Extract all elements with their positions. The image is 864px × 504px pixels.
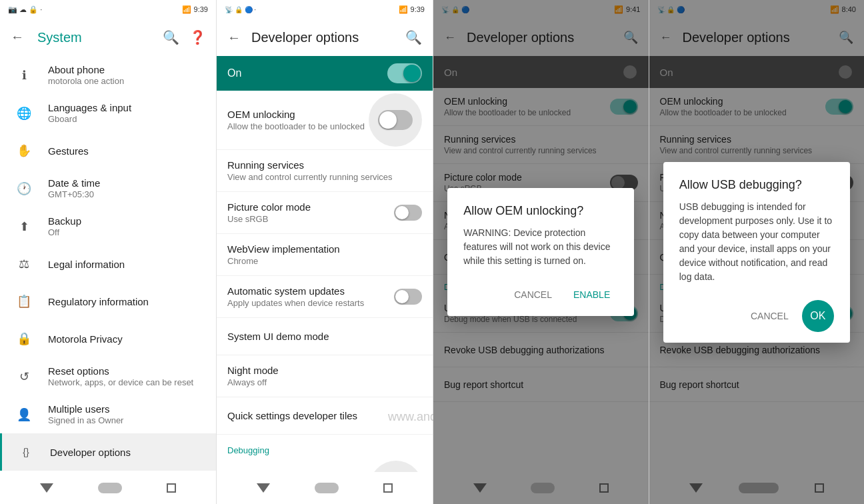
oem-label: OEM unlocking: [227, 109, 365, 120]
dev-toolbar: ← Developer options 🔍: [217, 19, 433, 56]
legal-icon: ⚖: [11, 257, 37, 271]
back-nav-mid[interactable]: [257, 483, 270, 493]
p3-dialog-overlay: Allow USB debugging? USB debugging is in…: [649, 0, 865, 504]
dev-settings-list: OEM unlocking Allow the bootloader to be…: [217, 91, 433, 472]
help-icon-left[interactable]: ❓: [189, 29, 205, 45]
nav-item-devopt[interactable]: {} Developer options: [0, 433, 216, 471]
motorola-icon: 🔒: [11, 331, 37, 346]
search-icon-mid[interactable]: 🔍: [405, 29, 422, 45]
nav-backup-secondary: Off: [48, 227, 81, 237]
nav-regulatory-primary: Regulatory information: [48, 296, 149, 307]
picture-desc: Use sRGB: [227, 214, 311, 224]
setting-quicktiles[interactable]: Quick settings developer tiles: [217, 397, 433, 435]
p3-dialog-actions: Cancel OK: [679, 300, 834, 332]
nav-item-reset[interactable]: ↺ Reset options Network, apps, or device…: [0, 357, 216, 395]
nav-item-legal[interactable]: ⚖ Legal information: [0, 245, 216, 283]
autoupdate-label: Automatic system updates: [227, 285, 364, 297]
webview-desc: Chrome: [227, 256, 340, 266]
autoupdate-desc: Apply updates when device restarts: [227, 298, 364, 308]
setting-webview[interactable]: WebView implementation Chrome: [217, 234, 433, 276]
reset-icon: ↺: [11, 369, 37, 384]
setting-picture[interactable]: Picture color mode Use sRGB: [217, 192, 433, 234]
nav-item-languages[interactable]: 🌐 Languages & input Gboard: [0, 94, 216, 132]
time-mid: 9:39: [411, 5, 425, 13]
nav-about-primary: About phone: [48, 64, 124, 75]
p3-dialog: Allow USB debugging? USB debugging is in…: [663, 162, 850, 343]
wifi-icon-left: 📶: [182, 5, 191, 14]
languages-icon: 🌐: [11, 106, 37, 121]
back-icon-left: ←: [11, 29, 27, 45]
recent-nav-mid[interactable]: [383, 483, 393, 493]
setting-autoupdate[interactable]: Automatic system updates Apply updates w…: [217, 276, 433, 318]
nav-item-datetime[interactable]: 🕐 Date & time GMT+05:30: [0, 169, 216, 207]
recent-nav-left[interactable]: [167, 483, 176, 493]
status-bar-left: 📷 ☁ 🔒 · 📶 9:39: [0, 0, 216, 19]
status-bar-mid: 📡 🔒 🔵 · 📶 9:39: [217, 0, 433, 19]
nightmode-desc: Always off: [227, 377, 279, 387]
wifi-icon-mid: 📶: [399, 5, 408, 14]
p2-confirm-button[interactable]: Enable: [565, 284, 618, 305]
p3-cancel-button[interactable]: Cancel: [743, 300, 797, 332]
home-nav-mid[interactable]: [315, 483, 339, 493]
setting-usbdebug[interactable]: USB debugging Debug mode when USB is con…: [217, 458, 433, 472]
running-desc: View and control currently running servi…: [227, 172, 393, 182]
p2-dialog-title: Allow OEM unlocking?: [463, 204, 618, 218]
nav-legal-primary: Legal information: [48, 259, 125, 270]
home-nav-left[interactable]: [98, 483, 122, 493]
regulatory-icon: 📋: [11, 294, 37, 309]
panel3: 📡 🔒 🔵 📶 8:40 ← Developer options 🔍 On OE…: [649, 0, 865, 504]
bottom-nav-mid: [217, 472, 433, 504]
bottom-nav-left: [0, 472, 216, 504]
nav-datetime-secondary: GMT+05:30: [48, 189, 100, 199]
search-icon-left[interactable]: 🔍: [163, 29, 179, 45]
nav-backup-primary: Backup: [48, 215, 81, 227]
p2-dialog: Allow OEM unlocking? WARNING: Device pro…: [447, 188, 634, 316]
oem-desc: Allow the bootloader to be unlocked: [227, 121, 365, 131]
time-left: 9:39: [194, 5, 208, 13]
nav-item-gestures[interactable]: ✋ Gestures: [0, 132, 216, 169]
nav-devopt-primary: Developer options: [50, 447, 131, 458]
back-icon-mid[interactable]: ←: [227, 30, 241, 45]
dev-title: Developer options: [251, 30, 395, 45]
developer-options-panel: 📡 🔒 🔵 · 📶 9:39 ← Developer options 🔍 On …: [217, 0, 433, 504]
running-label: Running services: [227, 159, 393, 171]
p2-dialog-overlay: Allow OEM unlocking? WARNING: Device pro…: [433, 0, 649, 504]
autoupdate-toggle[interactable]: [394, 289, 422, 305]
nav-item-about[interactable]: ℹ About phone motorola one action: [0, 56, 216, 94]
dev-on-row[interactable]: On: [217, 56, 433, 91]
panel2: 📡 🔒 🔵 📶 9:41 ← Developer options 🔍 On OE…: [433, 0, 649, 504]
webview-label: WebView implementation: [227, 243, 340, 255]
p3-confirm-button[interactable]: OK: [802, 300, 834, 332]
nav-reset-secondary: Network, apps, or device can be reset: [48, 377, 193, 387]
setting-uidemo[interactable]: System UI demo mode: [217, 318, 433, 355]
backup-icon: ⬆: [11, 219, 37, 234]
quicktiles-label: Quick settings developer tiles: [227, 410, 357, 421]
nav-about-secondary: motorola one action: [48, 76, 124, 86]
nav-item-sysupdates[interactable]: 📱 System updates Updated to Android 9: [0, 471, 216, 472]
nav-item-motorola[interactable]: 🔒 Motorola Privacy: [0, 320, 216, 357]
p2-cancel-button[interactable]: Cancel: [506, 284, 560, 305]
nightmode-label: Night mode: [227, 365, 279, 376]
status-icons-mid: 📡 🔒 🔵 ·: [225, 6, 256, 13]
setting-nightmode[interactable]: Night mode Always off: [217, 355, 433, 397]
nav-item-regulatory[interactable]: 📋 Regulatory information: [0, 283, 216, 320]
oem-toggle[interactable]: [378, 110, 413, 130]
nav-item-multiusers[interactable]: 👤 Multiple users Signed in as Owner: [0, 395, 216, 433]
back-nav-left[interactable]: [40, 483, 53, 493]
right-section: 📡 🔒 🔵 📶 9:41 ← Developer options 🔍 On OE…: [433, 0, 864, 504]
setting-running[interactable]: Running services View and control curren…: [217, 150, 433, 192]
nav-multiusers-primary: Multiple users: [48, 403, 123, 415]
setting-oem[interactable]: OEM unlocking Allow the bootloader to be…: [217, 91, 433, 150]
system-settings-panel: 📷 ☁ 🔒 · 📶 9:39 ← System 🔍 ❓ ℹ About phon…: [0, 0, 217, 504]
devopt-icon: {}: [13, 447, 39, 457]
nav-languages-primary: Languages & input: [48, 102, 131, 113]
nav-item-backup[interactable]: ⬆ Backup Off: [0, 207, 216, 245]
nav-gestures-primary: Gestures: [48, 145, 89, 157]
dev-on-toggle[interactable]: [387, 63, 422, 83]
p3-dialog-content: USB debugging is intended for developmen…: [679, 200, 834, 284]
gestures-icon: ✋: [11, 143, 37, 158]
system-toolbar: ← System 🔍 ❓: [0, 19, 216, 56]
nav-languages-secondary: Gboard: [48, 114, 131, 124]
picture-toggle[interactable]: [394, 205, 422, 221]
system-title: System: [37, 30, 152, 45]
